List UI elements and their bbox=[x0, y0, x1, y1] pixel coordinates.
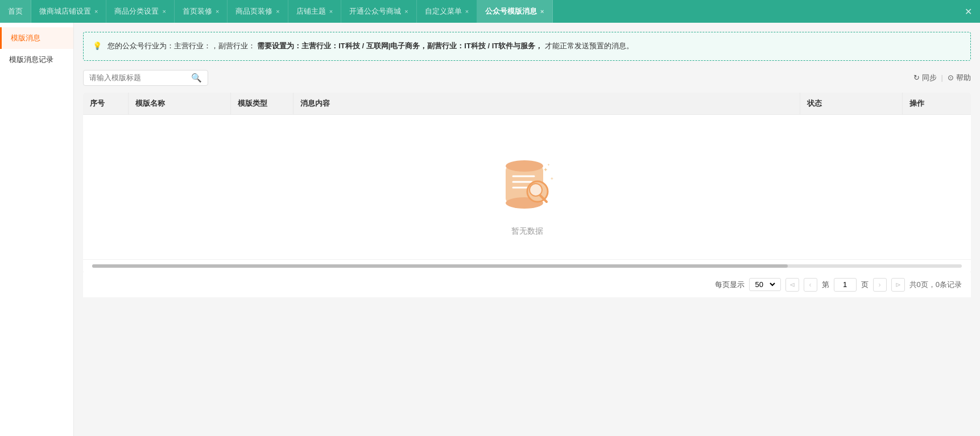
notice-icon: 💡 bbox=[93, 41, 102, 50]
search-input-wrap: 🔍 bbox=[83, 70, 208, 86]
tab-template-msg-label: 公众号模版消息 bbox=[485, 6, 537, 16]
tab-open-mall[interactable]: 开通公众号商城 × bbox=[341, 0, 416, 23]
total-text: 共0页，0条记录 bbox=[909, 280, 962, 290]
tab-category-close[interactable]: × bbox=[162, 9, 166, 15]
tab-weishop-label: 微商城店铺设置 bbox=[39, 6, 91, 16]
tab-theme-close[interactable]: × bbox=[329, 9, 333, 15]
tab-bar: 首页 微商城店铺设置 × 商品分类设置 × 首页装修 × 商品页装修 × 店铺主… bbox=[0, 0, 980, 23]
sidebar-item-template-log-label: 模版消息记录 bbox=[9, 55, 53, 64]
tab-category[interactable]: 商品分类设置 × bbox=[106, 0, 174, 23]
content-area: 💡 您的公众号行业为：主营行业：，副营行业： 需要设置为：主营行业：IT科技 /… bbox=[74, 23, 980, 436]
tab-open-mall-label: 开通公众号商城 bbox=[349, 6, 401, 16]
tab-category-label: 商品分类设置 bbox=[114, 6, 159, 16]
page-last-button[interactable]: ⊳ bbox=[891, 278, 905, 292]
per-page-select-wrap: 50 10 20 100 bbox=[749, 278, 781, 291]
th-name: 模版名称 bbox=[129, 93, 231, 114]
tab-template-msg[interactable]: 公众号模版消息 × bbox=[477, 0, 552, 23]
search-left: 🔍 bbox=[83, 70, 208, 86]
sync-button[interactable]: ↻ 同步 bbox=[913, 73, 937, 83]
search-icon[interactable]: 🔍 bbox=[191, 73, 202, 83]
data-table: 序号 模版名称 模版类型 消息内容 状态 操作 bbox=[83, 93, 971, 272]
notice-box: 💡 您的公众号行业为：主营行业：，副营行业： 需要设置为：主营行业：IT科技 /… bbox=[83, 32, 971, 61]
help-button[interactable]: ⊙ 帮助 bbox=[948, 73, 971, 83]
sidebar-item-template-msg-label: 模版消息 bbox=[11, 34, 40, 42]
svg-point-2 bbox=[506, 160, 543, 172]
th-status: 状态 bbox=[800, 93, 903, 114]
svg-text:✦: ✦ bbox=[547, 163, 550, 167]
tab-home[interactable]: 首页 bbox=[0, 0, 31, 23]
scrollbar-wrap bbox=[83, 259, 971, 272]
sidebar-item-template-msg[interactable]: 模版消息 bbox=[0, 27, 73, 49]
sidebar: 模版消息 模版消息记录 bbox=[0, 23, 74, 436]
svg-text:✦: ✦ bbox=[543, 167, 548, 173]
tab-custom-menu-label: 自定义菜单 bbox=[425, 6, 462, 16]
page-next-button[interactable]: › bbox=[873, 278, 887, 292]
page-input[interactable] bbox=[834, 278, 857, 292]
tab-open-mall-close[interactable]: × bbox=[404, 9, 408, 15]
help-label: 帮助 bbox=[956, 73, 971, 83]
page-prev-button[interactable]: ‹ bbox=[804, 278, 817, 292]
notice-highlight: 需要设置为：主营行业：IT科技 / 互联网|电子商务，副营行业：IT科技 / I… bbox=[257, 41, 543, 50]
notice-suffix: 才能正常发送预置的消息。 bbox=[545, 41, 634, 50]
main-layout: 模版消息 模版消息记录 💡 您的公众号行业为：主营行业：，副营行业： 需要设置为… bbox=[0, 23, 980, 436]
table-header: 序号 模版名称 模版类型 消息内容 状态 操作 bbox=[83, 93, 971, 115]
page-label: 第 bbox=[822, 280, 829, 290]
tab-home-label: 首页 bbox=[8, 6, 23, 16]
divider: | bbox=[941, 73, 943, 82]
per-page-select[interactable]: 50 10 20 100 bbox=[753, 280, 777, 289]
search-input[interactable] bbox=[89, 73, 191, 82]
help-icon: ⊙ bbox=[948, 73, 954, 82]
tab-custom-menu[interactable]: 自定义菜单 × bbox=[417, 0, 477, 23]
search-bar: 🔍 ↻ 同步 | ⊙ 帮助 bbox=[83, 70, 971, 86]
search-right: ↻ 同步 | ⊙ 帮助 bbox=[913, 73, 971, 83]
tab-theme[interactable]: 店铺主题 × bbox=[288, 0, 341, 23]
per-page-label: 每页显示 bbox=[715, 280, 745, 290]
tab-weishop-close[interactable]: × bbox=[94, 9, 98, 15]
pagination: 每页显示 50 10 20 100 ⊲ ‹ 第 页 › ⊳ 共0页，0条记录 bbox=[83, 272, 971, 297]
page-unit: 页 bbox=[861, 280, 869, 290]
empty-icon: ✦ ✦ ✦ bbox=[493, 149, 561, 217]
th-action: 操作 bbox=[903, 93, 971, 114]
tab-weishop[interactable]: 微商城店铺设置 × bbox=[31, 0, 106, 23]
tab-template-msg-close[interactable]: × bbox=[540, 9, 544, 15]
th-index: 序号 bbox=[83, 93, 129, 114]
notice-prefix: 您的公众号行业为：主营行业：，副营行业： bbox=[107, 41, 255, 50]
sidebar-item-template-log[interactable]: 模版消息记录 bbox=[0, 49, 73, 70]
svg-point-8 bbox=[530, 184, 542, 196]
tab-product-decor-close[interactable]: × bbox=[276, 9, 279, 15]
sync-label: 同步 bbox=[922, 73, 937, 83]
tab-product-decor-label: 商品页装修 bbox=[235, 6, 272, 16]
scrollbar-thumb[interactable] bbox=[92, 264, 788, 268]
tab-home-decor-label: 首页装修 bbox=[183, 6, 212, 16]
th-content: 消息内容 bbox=[293, 93, 800, 114]
tab-home-decor-close[interactable]: × bbox=[216, 9, 219, 15]
sync-icon: ↻ bbox=[913, 73, 920, 82]
tab-product-decor[interactable]: 商品页装修 × bbox=[228, 0, 288, 23]
empty-state: ✦ ✦ ✦ 暂无数据 bbox=[83, 115, 971, 259]
tab-bar-close-all[interactable]: ✕ bbox=[957, 6, 980, 17]
scrollbar-track[interactable] bbox=[92, 264, 962, 268]
empty-text: 暂无数据 bbox=[511, 226, 543, 236]
tab-custom-menu-close[interactable]: × bbox=[465, 9, 469, 15]
th-type: 模版类型 bbox=[231, 93, 293, 114]
svg-text:✦: ✦ bbox=[550, 176, 554, 181]
page-first-button[interactable]: ⊲ bbox=[785, 278, 799, 292]
tab-home-decor[interactable]: 首页装修 × bbox=[175, 0, 228, 23]
tab-theme-label: 店铺主题 bbox=[296, 6, 326, 16]
